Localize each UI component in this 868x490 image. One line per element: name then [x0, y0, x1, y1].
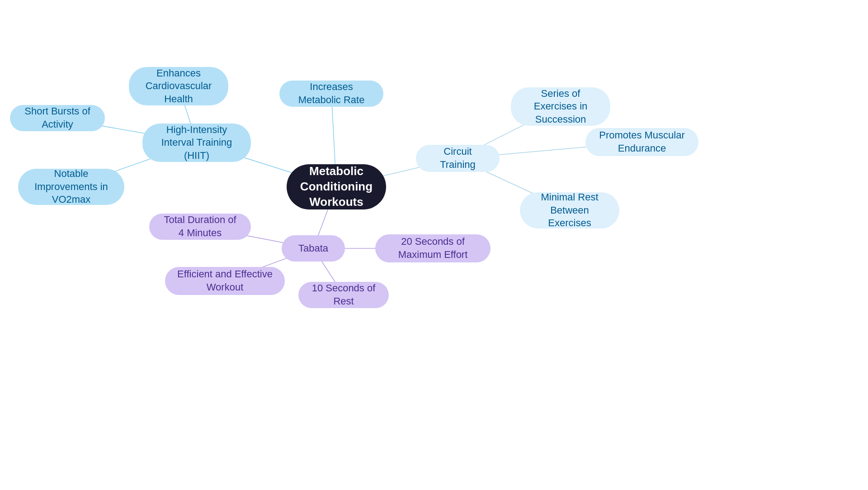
efficient-label: Efficient and Effective Workout: [176, 268, 274, 294]
metabolic-rate-node: Increases Metabolic Rate: [279, 81, 383, 107]
metabolic-rate-label: Increases Metabolic Rate: [290, 81, 373, 106]
twenty-seconds-node: 20 Seconds of Maximum Effort: [375, 234, 491, 262]
total-duration-label: Total Duration of 4 Minutes: [160, 214, 240, 239]
ten-seconds-node: 10 Seconds of Rest: [298, 282, 389, 308]
series-label: Series of Exercises in Succession: [522, 87, 599, 126]
center-node: Metabolic Conditioning Workouts: [287, 164, 386, 209]
total-duration-node: Total Duration of 4 Minutes: [149, 214, 251, 240]
enhances-node: Enhances Cardiovascular Health: [129, 67, 228, 105]
tabata-label: Tabata: [298, 242, 328, 255]
tabata-node: Tabata: [282, 235, 345, 262]
hiit-node: High-Intensity Interval Training (HIIT): [142, 124, 251, 162]
twenty-seconds-label: 20 Seconds of Maximum Effort: [386, 235, 480, 261]
series-node: Series of Exercises in Succession: [511, 87, 610, 126]
short-bursts-node: Short Bursts of Activity: [10, 105, 105, 131]
hiit-label: High-Intensity Interval Training (HIIT): [153, 124, 240, 162]
notable-label: Notable Improvements in VO2max: [29, 167, 113, 206]
notable-node: Notable Improvements in VO2max: [18, 169, 124, 205]
minimal-rest-label: Minimal Rest Between Exercises: [531, 191, 609, 230]
ten-seconds-label: 10 Seconds of Rest: [309, 282, 378, 308]
minimal-rest-node: Minimal Rest Between Exercises: [520, 192, 619, 228]
promotes-node: Promotes Muscular Endurance: [585, 128, 698, 156]
circuit-training-node: Circuit Training: [416, 145, 500, 172]
enhances-label: Enhances Cardiovascular Health: [140, 67, 217, 106]
promotes-label: Promotes Muscular Endurance: [596, 129, 688, 155]
circuit-label: Circuit Training: [427, 145, 489, 171]
short-bursts-label: Short Bursts of Activity: [21, 105, 94, 131]
center-label: Metabolic Conditioning Workouts: [297, 164, 375, 209]
efficient-node: Efficient and Effective Workout: [165, 267, 285, 295]
